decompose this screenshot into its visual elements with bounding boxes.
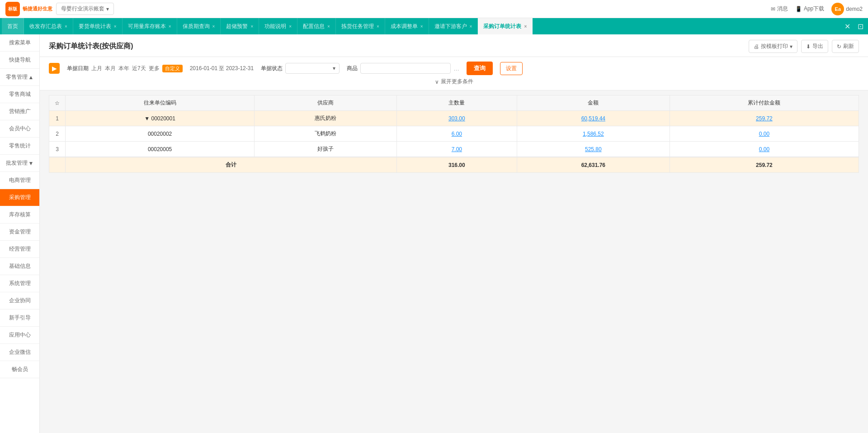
nav-restore-button[interactable]: ⊡ bbox=[855, 21, 866, 32]
cell-code: ▼ 00020001 bbox=[66, 111, 255, 126]
tab-chaochuyujing[interactable]: 超储预警 × bbox=[221, 18, 259, 34]
close-icon[interactable]: × bbox=[377, 24, 379, 29]
sidebar-item-purchase[interactable]: 采购管理 bbox=[0, 189, 39, 206]
th-amount-label: 金额 bbox=[588, 100, 599, 106]
close-icon[interactable]: × bbox=[169, 24, 171, 29]
export-button[interactable]: ⬇ 导出 bbox=[801, 40, 828, 53]
message-button[interactable]: ✉ 消息 bbox=[771, 5, 788, 13]
shortcut-7days[interactable]: 近7天 bbox=[132, 65, 146, 72]
th-code: 往来单位编码 bbox=[66, 95, 255, 111]
cell-paid: 0.00 bbox=[670, 126, 859, 142]
sidebar-item-inventory[interactable]: 库存核算 bbox=[0, 206, 39, 224]
tab-jianhuorenwu[interactable]: 拣货任务管理 × bbox=[336, 18, 385, 34]
tab-label: 配置信息 bbox=[303, 23, 325, 30]
tab-baozhi[interactable]: 保质期查询 × bbox=[177, 18, 221, 34]
sidebar-item-label: 会员中心 bbox=[2, 125, 38, 133]
tab-chengbendiaozheng[interactable]: 成本调整单 × bbox=[385, 18, 429, 34]
nav-close-button[interactable]: ✕ bbox=[842, 21, 853, 32]
table-row: 3 00020005 好孩子 7.00 525.80 0.00 bbox=[49, 142, 859, 157]
cell-code: 00020005 bbox=[66, 142, 255, 157]
sidebar-item-marketing[interactable]: 营销推广 bbox=[0, 103, 39, 120]
tab-label: 采购订单统计表 bbox=[483, 23, 521, 30]
sidebar-item-newbie[interactable]: 新手引导 bbox=[0, 309, 39, 327]
goods-input[interactable] bbox=[360, 63, 451, 74]
message-label: 消息 bbox=[777, 5, 788, 13]
query-button[interactable]: 查询 bbox=[467, 62, 493, 75]
account-selector[interactable]: 母婴行业演示账套 ▾ bbox=[56, 3, 114, 15]
th-supplier-label: 供应商 bbox=[317, 100, 334, 106]
tab-kuyongliang[interactable]: 可用量库存账本 × bbox=[123, 18, 177, 34]
close-icon[interactable]: × bbox=[250, 24, 253, 29]
cell-supplier: 惠氏奶粉 bbox=[255, 111, 397, 126]
expand-more-button[interactable]: ∨ 展开更多条件 bbox=[49, 78, 859, 86]
expand-icon[interactable]: ▼ bbox=[144, 115, 150, 122]
tab-label: 邀请下游客户 bbox=[434, 23, 467, 30]
tab-peizhi[interactable]: 配置信息 × bbox=[297, 18, 336, 34]
user-profile[interactable]: Ea demo2 bbox=[831, 3, 863, 15]
app-download-button[interactable]: 📱 App下载 bbox=[795, 5, 824, 13]
printer-icon: 🖨 bbox=[754, 43, 759, 50]
print-button[interactable]: 🖨 按模板打印 ▾ bbox=[749, 40, 797, 53]
content-area: 采购订单统计表(按供应商) 🖨 按模板打印 ▾ ⬇ 导出 ↻ 刷新 bbox=[40, 34, 868, 433]
close-icon[interactable]: × bbox=[327, 24, 330, 29]
sidebar-item-retail-store[interactable]: 零售商城 bbox=[0, 86, 39, 103]
tab-shofazun[interactable]: 收发存汇总表 × bbox=[24, 18, 73, 34]
sidebar-item-quicknav[interactable]: 快捷导航 bbox=[0, 52, 39, 69]
close-icon[interactable]: × bbox=[524, 24, 527, 29]
close-icon[interactable]: × bbox=[65, 24, 67, 29]
more-icon[interactable]: … bbox=[453, 65, 459, 72]
cell-index: 1 bbox=[49, 111, 66, 126]
filter-area: ▶ 单据日期 上月 本月 本年 近7天 更多 自定义 2016-01-01 至 … bbox=[40, 57, 868, 90]
sidebar-item-search[interactable]: 搜索菜单 bbox=[0, 34, 39, 52]
sidebar-item-wholesale[interactable]: 批发管理 ▼ bbox=[0, 155, 39, 172]
chevron-down-icon: ▾ bbox=[333, 65, 335, 71]
avatar-text: Ea bbox=[835, 6, 841, 12]
export-label: 导出 bbox=[812, 43, 823, 50]
shortcut-last-month[interactable]: 上月 bbox=[91, 65, 102, 72]
table-footer-row: 合计 316.00 62,631.76 259.72 bbox=[49, 157, 859, 173]
table-row: 2 00020002 飞鹤奶粉 6.00 1,586.52 0.00 bbox=[49, 126, 859, 142]
sidebar-item-retail-mgmt[interactable]: 零售管理 ▲ bbox=[0, 69, 39, 86]
sidebar-item-enterprise[interactable]: 企业协同 bbox=[0, 292, 39, 309]
sidebar-item-retail-stats[interactable]: 零售统计 bbox=[0, 138, 39, 155]
custom-tag: 自定义 bbox=[162, 65, 183, 72]
shortcut-this-month[interactable]: 本月 bbox=[105, 65, 116, 72]
sidebar-item-basic-info[interactable]: 基础信息 bbox=[0, 258, 39, 275]
status-select[interactable]: ▾ bbox=[285, 63, 340, 74]
sidebar-item-operations[interactable]: 经营管理 bbox=[0, 241, 39, 258]
sidebar-item-label: 资金管理 bbox=[2, 228, 38, 236]
sidebar-item-label: 营销推广 bbox=[2, 108, 38, 115]
tab-yaoqing[interactable]: 邀请下游客户 × bbox=[429, 18, 478, 34]
tab-home[interactable]: 首页 bbox=[2, 18, 24, 34]
sidebar-item-wechat[interactable]: 企业微信 bbox=[0, 344, 39, 361]
close-icon[interactable]: × bbox=[420, 24, 423, 29]
close-icon[interactable]: × bbox=[470, 24, 472, 29]
filter-toggle-button[interactable]: ▶ bbox=[49, 63, 60, 74]
logo-icon: 标版 bbox=[5, 2, 20, 16]
setting-button[interactable]: 设置 bbox=[500, 62, 523, 75]
sidebar-item-finance[interactable]: 资金管理 bbox=[0, 224, 39, 241]
tab-caigou-active[interactable]: 采购订单统计表 × bbox=[478, 18, 533, 34]
shortcut-this-year[interactable]: 本年 bbox=[118, 65, 129, 72]
tab-yaohuo[interactable]: 要货单统计表 × bbox=[73, 18, 123, 34]
avatar: Ea bbox=[831, 3, 844, 15]
close-icon[interactable]: × bbox=[114, 24, 117, 29]
refresh-button[interactable]: ↻ 刷新 bbox=[832, 40, 859, 53]
sidebar-item-ecommerce[interactable]: 电商管理 bbox=[0, 172, 39, 189]
status-label: 单据状态 bbox=[261, 65, 283, 72]
shortcut-more[interactable]: 更多 bbox=[149, 65, 160, 72]
close-icon[interactable]: × bbox=[289, 24, 292, 29]
sidebar-item-label: 快捷导航 bbox=[2, 56, 38, 64]
date-filter: 单据日期 上月 本月 本年 近7天 更多 自定义 bbox=[67, 65, 183, 72]
sidebar-item-label: 新手引导 bbox=[2, 314, 38, 322]
sidebar-item-app-center[interactable]: 应用中心 bbox=[0, 327, 39, 344]
close-icon[interactable]: × bbox=[212, 24, 215, 29]
sidebar-item-member[interactable]: 会员中心 bbox=[0, 120, 39, 138]
cell-supplier: 好孩子 bbox=[255, 142, 397, 157]
tab-home-label: 首页 bbox=[7, 23, 18, 30]
sidebar-item-system[interactable]: 系统管理 bbox=[0, 275, 39, 292]
sidebar-item-member2[interactable]: 畅会员 bbox=[0, 361, 39, 378]
chevron-icon: ▼ bbox=[28, 160, 34, 167]
tab-gongneng[interactable]: 功能说明 × bbox=[259, 18, 297, 34]
page-header-actions: 🖨 按模板打印 ▾ ⬇ 导出 ↻ 刷新 bbox=[749, 40, 859, 53]
